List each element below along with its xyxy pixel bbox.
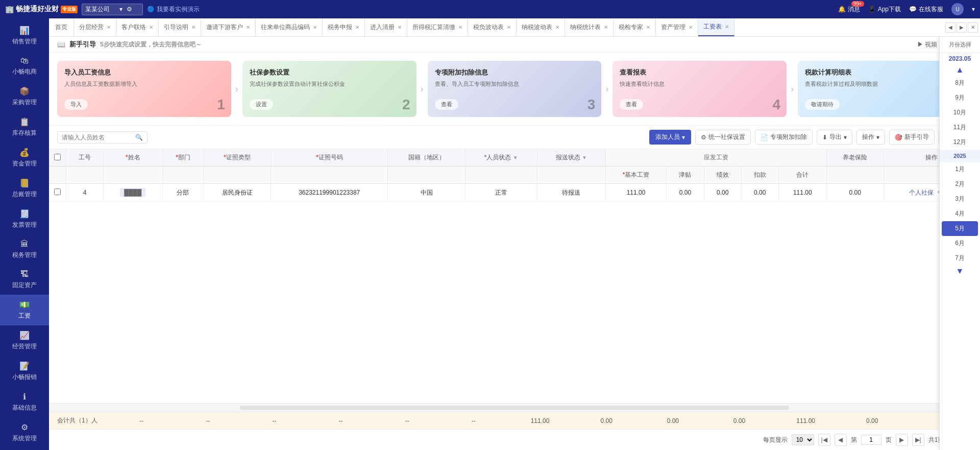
month-nav-up[interactable]: ▲ xyxy=(955,64,965,76)
sidebar-item-collab[interactable]: 🤝 企业协同 xyxy=(0,448,49,450)
row-checkbox[interactable] xyxy=(54,188,61,195)
tab-close-icon[interactable]: ✕ xyxy=(555,25,559,30)
extra-deduction-button[interactable]: 📄 专项附加扣除 xyxy=(755,130,813,145)
step-4-button[interactable]: 查看 xyxy=(620,99,643,110)
month-nav-down[interactable]: ▼ xyxy=(955,266,965,277)
month-item-1[interactable]: 1月 xyxy=(940,162,980,177)
tab-tax-fluctuation[interactable]: 纳税波动表 ✕ xyxy=(517,18,565,36)
tab-layered-management[interactable]: 分层经营 ✕ xyxy=(74,18,116,36)
tab-tax-burden[interactable]: 税负波动表 ✕ xyxy=(468,18,517,36)
tab-prev-button[interactable]: ◀ xyxy=(945,22,955,33)
export-button[interactable]: ⬇ 导出 ▾ xyxy=(817,130,852,145)
sidebar-item-sales[interactable]: 📊 销售管理 xyxy=(0,20,49,51)
tab-tax-filing[interactable]: 税务申报 ✕ xyxy=(323,18,365,36)
tab-close-all-button[interactable]: ✕ xyxy=(968,22,978,33)
month-item-6[interactable]: 6月 xyxy=(940,236,980,251)
operations-button[interactable]: 操作 ▾ xyxy=(856,130,885,145)
month-item-7[interactable]: 7月 xyxy=(940,251,980,266)
guide-book-icon: 📖 xyxy=(57,41,65,49)
page-next-button[interactable]: ▶ xyxy=(896,434,908,446)
month-item-3[interactable]: 3月 xyxy=(940,192,980,206)
tab-tax-expert[interactable]: 税检专家 ✕ xyxy=(614,18,656,36)
step-1-button[interactable]: 导入 xyxy=(64,99,88,110)
month-item-11[interactable]: 11月 xyxy=(940,120,980,135)
tab-assets-management[interactable]: 资产管理 ✕ xyxy=(656,18,698,36)
step-5-button[interactable]: 敬请期待 xyxy=(805,99,840,110)
sidebar-item-operations[interactable]: 📈 经营管理 xyxy=(0,325,49,356)
th-pension: 养老保险 xyxy=(826,149,884,167)
report-filter-icon[interactable]: ▼ xyxy=(582,155,587,160)
page-first-button[interactable]: |◀ xyxy=(818,434,830,446)
per-page-select[interactable]: 10 20 50 xyxy=(792,434,814,445)
tab-payroll[interactable]: 工资表 ✕ xyxy=(698,18,734,36)
month-item-8[interactable]: 8月 xyxy=(940,76,980,90)
unified-settings-button[interactable]: ⚙ 统一社保设置 xyxy=(695,130,751,145)
settings-icon[interactable]: ⚙ xyxy=(127,6,132,13)
online-service-button[interactable]: 💬 在线客服 xyxy=(909,5,943,14)
month-item-2[interactable]: 2月 xyxy=(940,177,980,192)
tab-next-button[interactable]: ▶ xyxy=(957,22,967,33)
month-item-12[interactable]: 12月 xyxy=(940,135,980,150)
tab-close-icon[interactable]: ✕ xyxy=(689,25,693,30)
user-avatar[interactable]: U xyxy=(951,3,964,15)
tab-close-icon[interactable]: ✕ xyxy=(604,25,608,30)
tab-close-icon[interactable]: ✕ xyxy=(149,25,153,30)
tab-close-icon[interactable]: ✕ xyxy=(725,24,729,30)
operations-label: 操作 xyxy=(862,133,874,141)
sidebar-item-expense[interactable]: 📝 小畅报销 xyxy=(0,356,49,387)
horizontal-scrollbar[interactable] xyxy=(240,406,789,410)
tab-customer-contact[interactable]: 客户联络 ✕ xyxy=(116,18,159,36)
video-link[interactable]: ▶ 视频 xyxy=(917,40,937,49)
sidebar-item-ledger[interactable]: 📒 总账管理 xyxy=(0,173,49,204)
sidebar-item-assets[interactable]: 🏗 固定资产 xyxy=(0,265,49,295)
tab-home[interactable]: 首页 xyxy=(49,18,74,36)
tab-invite-downstream[interactable]: 邀请下游客户 ✕ xyxy=(201,18,256,36)
sidebar-item-invoice[interactable]: 🧾 发票管理 xyxy=(0,204,49,234)
search-input[interactable] xyxy=(62,134,133,141)
sidebar-item-basic-info[interactable]: ℹ 基础信息 xyxy=(0,387,49,417)
status-filter-icon[interactable]: ▼ xyxy=(513,155,518,160)
select-all-checkbox[interactable] xyxy=(54,154,61,160)
sidebar-item-finance[interactable]: 💰 资金管理 xyxy=(0,143,49,173)
month-item-9[interactable]: 9月 xyxy=(940,90,980,105)
sidebar-item-tax[interactable]: 🏛 税务管理 xyxy=(0,234,49,265)
tab-close-icon[interactable]: ✕ xyxy=(398,25,402,30)
tab-close-icon[interactable]: ✕ xyxy=(646,25,650,30)
ledger-icon: 📒 xyxy=(19,178,30,188)
personal-social-security-link[interactable]: 个人社保 xyxy=(909,189,934,196)
tab-income-tax[interactable]: 所得税汇算清缴 ✕ xyxy=(407,18,468,36)
sidebar-item-purchase[interactable]: 📦 采购管理 xyxy=(0,81,49,112)
sidebar-item-payroll[interactable]: 💵 工资 xyxy=(0,295,49,325)
step-3-button[interactable]: 查看 xyxy=(435,99,458,110)
tab-tax-stats[interactable]: 纳税统计表 ✕ xyxy=(565,18,614,36)
page-number-input[interactable] xyxy=(861,435,881,445)
sidebar-item-system[interactable]: ⚙ 系统管理 xyxy=(0,417,49,448)
tab-close-icon[interactable]: ✕ xyxy=(458,25,462,30)
demo-link[interactable]: 🔵 我要看实例演示 xyxy=(147,5,200,14)
company-selector[interactable]: 某某公司 ▾ ⚙ xyxy=(82,4,143,15)
search-icon[interactable]: 🔍 xyxy=(135,134,143,141)
month-item-10[interactable]: 10月 xyxy=(940,105,980,120)
user-menu-icon[interactable]: ▾ xyxy=(972,6,975,13)
add-employee-button[interactable]: 添加人员 ▾ xyxy=(649,130,691,145)
page-prev-button[interactable]: ◀ xyxy=(835,434,847,446)
month-item-4[interactable]: 4月 xyxy=(940,206,980,221)
tab-close-icon[interactable]: ✕ xyxy=(246,25,250,30)
tab-close-icon[interactable]: ✕ xyxy=(107,25,111,30)
app-download-button[interactable]: 📱 App下载 xyxy=(868,5,901,14)
tab-guide[interactable]: 引导说明 ✕ xyxy=(159,18,201,36)
tab-close-icon[interactable]: ✕ xyxy=(355,25,359,30)
tab-partner-codes[interactable]: 往来单位商品编码 ✕ xyxy=(256,18,323,36)
tab-close-icon[interactable]: ✕ xyxy=(191,25,195,30)
messages-button[interactable]: 🔔 消息 99+ xyxy=(838,5,860,14)
tab-close-icon[interactable]: ✕ xyxy=(313,25,317,30)
tab-clearance[interactable]: 进入清册 ✕ xyxy=(365,18,407,36)
newbie-guide-button[interactable]: 🎯 新手引导 xyxy=(889,130,935,145)
page-last-button[interactable]: ▶| xyxy=(912,434,924,446)
step-2-button[interactable]: 设置 xyxy=(250,99,273,110)
sidebar-item-ecommerce[interactable]: 🛍 小畅电商 xyxy=(0,51,49,81)
sidebar-item-inventory[interactable]: 📋 库存核算 xyxy=(0,112,49,143)
export-label: 导出 xyxy=(829,133,842,141)
tab-close-icon[interactable]: ✕ xyxy=(507,25,511,30)
month-item-5[interactable]: 5月 xyxy=(942,221,978,236)
